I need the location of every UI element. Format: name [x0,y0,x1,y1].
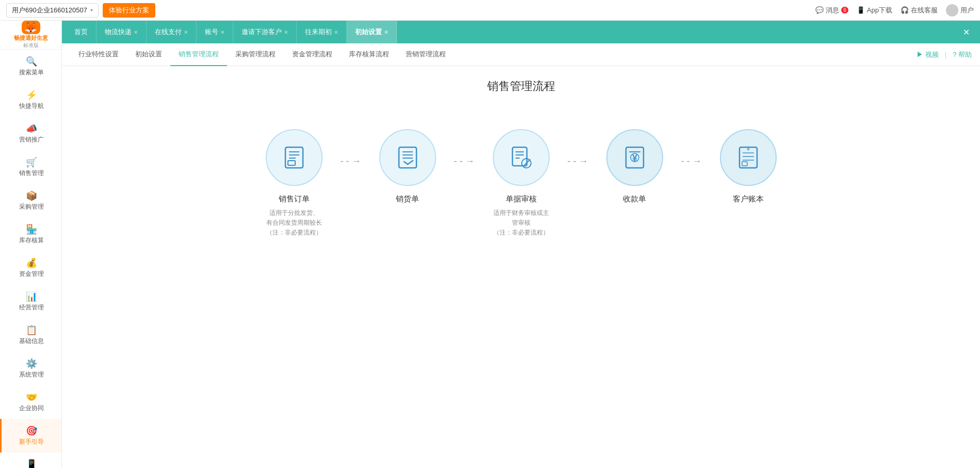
online-service-item[interactable]: 🎧 在线客服 [901,6,938,15]
sub-tab-purchase-flow[interactable]: 采购管理流程 [227,43,284,66]
sidebar-label-marketing: 营销推广 [19,135,44,144]
nav-tab-account[interactable]: 账号 ✕ [197,21,233,43]
help-action[interactable]: ? 帮助 [953,50,972,59]
top-bar: 用户690企业1660120507 ▾ 体验行业方案 💬 消息 6 📱 App下… [0,0,980,21]
user-label: 用户 [960,6,974,15]
nav-tab-logistics-label: 物流快递 [105,27,132,37]
trial-button[interactable]: 体验行业方案 [103,3,155,18]
nav-tab-initial-label: 初始设置 [355,27,382,37]
logo-icon: 🦊 [22,21,40,34]
flow-diagram: 销售订单 适用于分批发货、有合同发货周期较长（注：非必要流程） - - → [74,119,968,248]
flow-arrow-3: - - → [568,129,588,167]
flow-circle-audit[interactable] [493,129,550,186]
nav-tab-home[interactable]: 首页 [66,21,97,43]
top-bar-left: 用户690企业1660120507 ▾ 体验行业方案 [6,3,155,18]
nav-tab-payment-label: 在线支付 [155,27,182,37]
sidebar-item-purchase[interactable]: 📦 采购管理 [0,184,61,217]
sidebar-item-quicknav[interactable]: ⚡ 快捷导航 [0,83,61,117]
sidebar-label-purchase: 采购管理 [19,202,44,211]
sidebar-label-system: 系统管理 [19,370,44,379]
sales-icon: 🛒 [26,157,37,168]
sidebar-item-guide[interactable]: 🎯 新手引导 [0,419,61,453]
operation-icon: 📊 [26,291,37,302]
nav-tab-payment-close[interactable]: ✕ [184,29,188,35]
logo-sub: 标准版 [23,42,39,49]
nav-tab-initial[interactable]: 初始设置 ✕ [347,21,397,43]
flow-item-invoice: 销货单 [361,129,454,208]
page-title: 销售管理流程 [74,79,968,94]
flow-desc-audit: 适用于财务审核或主管审核（注：非必要流程） [493,208,549,238]
flow-circle-receipt[interactable]: ¥ [606,129,663,186]
svg-rect-9 [512,147,527,166]
sub-tab-sales-flow[interactable]: 销售管理流程 [170,43,227,66]
sidebar-label-quicknav: 快捷导航 [19,102,44,111]
sidebar-label-search: 搜索菜单 [19,68,44,77]
video-action[interactable]: ▶ 视频 [917,50,939,59]
sidebar-item-basic[interactable]: 📋 基础信息 [0,318,61,352]
sidebar-item-operation[interactable]: 📊 经营管理 [0,285,61,318]
chevron-down-icon: ▾ [90,7,93,13]
nav-tab-payment[interactable]: 在线支付 ✕ [147,21,197,43]
guide-icon: 🎯 [26,425,37,436]
message-icon: 💬 [815,6,824,14]
sidebar-label-operation: 经营管理 [19,303,44,312]
basic-icon: 📋 [26,324,37,336]
audit-icon [508,145,534,170]
sub-tab-inventory-flow[interactable]: 库存核算流程 [341,43,397,66]
message-label: 消息 [826,6,839,15]
sub-tab-industry[interactable]: 行业特性设置 [70,43,127,66]
nav-close-button[interactable]: ✕ [957,27,976,37]
flow-item-receipt: ¥ 收款单 [588,129,681,208]
sub-tab-marketing-flow[interactable]: 营销管理流程 [397,43,454,66]
top-bar-right: 💬 消息 6 📱 App下载 🎧 在线客服 用户 [815,4,974,17]
nav-tab-period-close[interactable]: ✕ [334,29,338,35]
sub-tab-capital-flow[interactable]: 资金管理流程 [284,43,341,66]
user-item[interactable]: 用户 [946,4,974,17]
sub-tab-initial[interactable]: 初始设置 [127,43,170,66]
sidebar-item-system[interactable]: ⚙️ 系统管理 [0,352,61,385]
svg-rect-4 [288,161,295,165]
app-download-item[interactable]: 📱 App下载 [857,6,892,15]
help-icon: ? [953,51,958,58]
nav-tab-invite[interactable]: 邀请下游客户 ✕ [233,21,297,43]
nav-tab-logistics-close[interactable]: ✕ [134,29,138,35]
sidebar-item-search[interactable]: 🔍 搜索菜单 [0,50,61,83]
search-icon: 🔍 [26,56,37,67]
nav-tab-period-label: 往来期初 [305,27,332,37]
enterprise-icon: 🤝 [26,392,37,403]
nav-tab-invite-label: 邀请下游客户 [242,27,282,37]
headset-icon: 🎧 [901,6,909,14]
nav-tab-account-close[interactable]: ✕ [220,29,224,35]
flow-circle-invoice[interactable] [379,129,436,186]
nav-tab-initial-close[interactable]: ✕ [384,29,388,35]
inventory-icon: 🏪 [26,224,37,235]
company-selector[interactable]: 用户690企业1660120507 ▾ [6,3,99,18]
sidebar-label-sales: 销售管理 [19,169,44,178]
nav-tab-period[interactable]: 往来期初 ✕ [297,21,347,43]
sidebar-item-finance[interactable]: 💰 资金管理 [0,251,61,285]
sidebar-item-enterprise[interactable]: 🤝 企业协同 [0,385,61,419]
sidebar-label-enterprise: 企业协同 [19,404,44,413]
flow-circle-ledger[interactable]: ¥ [720,129,777,186]
svg-text:¥: ¥ [746,146,750,152]
flow-arrow-1: - - → [341,129,361,167]
receipt-icon: ¥ [622,145,648,170]
nav-tab-logistics[interactable]: 物流快递 ✕ [97,21,147,43]
avatar [946,4,958,17]
sidebar-item-sales[interactable]: 🛒 销售管理 [0,150,61,184]
sales-order-icon [281,145,307,170]
sidebar-item-apps[interactable]: 📱 应用中心 [0,453,61,468]
flow-name-sales-order: 销售订单 [279,194,310,204]
sidebar-item-marketing[interactable]: 📣 营销推广 [0,117,61,150]
flow-circle-sales-order[interactable] [266,129,323,186]
sub-tabs: 行业特性设置 初始设置 销售管理流程 采购管理流程 资金管理流程 库存核算流程 … [62,43,980,66]
sidebar-item-inventory[interactable]: 🏪 库存核算 [0,217,61,251]
nav-tabs: 首页 物流快递 ✕ 在线支付 ✕ 账号 ✕ 邀请下游客户 ✕ 往来期初 ✕ [62,21,980,43]
flow-arrow-2: - - → [454,129,475,167]
message-item[interactable]: 💬 消息 6 [815,6,848,15]
flow-arrow-4: - - → [681,129,702,167]
sub-tab-initial-label: 初始设置 [135,50,162,59]
sidebar-label-inventory: 库存核算 [19,236,44,245]
nav-tab-invite-close[interactable]: ✕ [284,29,288,35]
sidebar: 🦊 畅捷通好生意 标准版 🔍 搜索菜单 ⚡ 快捷导航 📣 营销推广 🛒 销售管理… [0,21,62,468]
